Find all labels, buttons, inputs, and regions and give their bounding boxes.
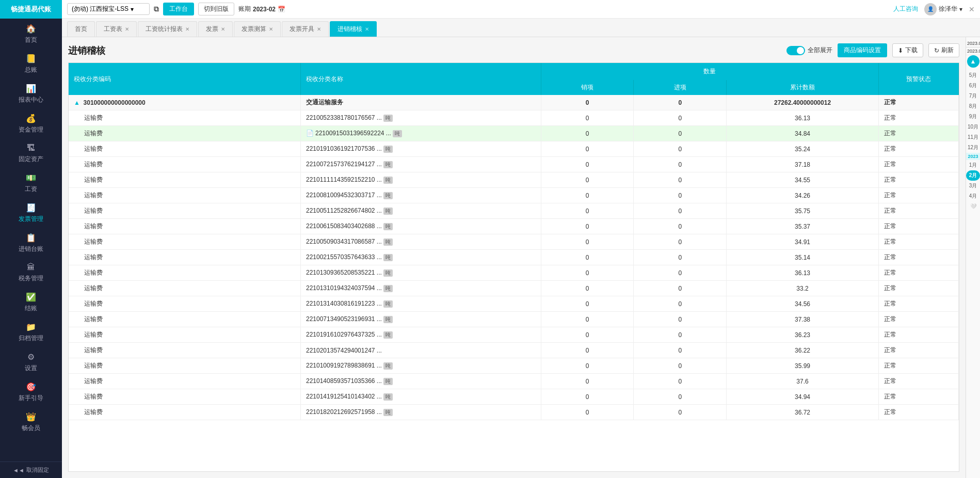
sidebar-item-salary[interactable]: 💵 工资 — [0, 168, 62, 198]
company-selector[interactable]: (勿动) 江西报宝-LSS ▾ — [67, 3, 150, 15]
month-1[interactable]: 1月 — [966, 160, 980, 170]
col-header-quantity: 数量 — [541, 63, 878, 80]
support-link[interactable]: 人工咨询 — [893, 5, 918, 13]
tab-payroll-stats[interactable]: 工资统计报表 ✕ — [138, 21, 197, 37]
cell-name-indent: 运输费 — [69, 296, 301, 312]
cell-cumulative: 34.26 — [727, 188, 879, 203]
cell-name-indent: 运输费 — [69, 374, 301, 389]
sidebar-item-guide[interactable]: 🎯 新手引导 — [0, 377, 62, 407]
switch-version-button[interactable]: 切到旧版 — [198, 3, 234, 15]
settings-button[interactable]: 商品编码设置 — [838, 43, 887, 57]
guide-icon: 🎯 — [26, 382, 36, 392]
unit-tag: 吨 — [393, 130, 402, 137]
month-6[interactable]: 6月 — [966, 81, 980, 91]
month-2-active[interactable]: 2月 — [966, 170, 980, 181]
workspace-button[interactable]: 工作台 — [163, 3, 194, 15]
cell-status: 正常 — [878, 141, 958, 157]
cell-sales: 0 — [541, 405, 634, 420]
cell-cumulative: 37.38 — [727, 312, 879, 327]
cell-status: 正常 — [878, 203, 958, 219]
sales-icon: 📋 — [26, 233, 36, 243]
cell-status: 正常 — [878, 327, 958, 343]
cell-invoice: 22100511252826674802 ... 吨 — [301, 203, 541, 219]
tab-close-icon[interactable]: ✕ — [221, 26, 225, 32]
tab-close-icon[interactable]: ✕ — [365, 26, 369, 32]
sidebar-item-invoice[interactable]: 🧾 发票管理 — [0, 198, 62, 228]
cell-sales: 0 — [541, 141, 634, 157]
refresh-icon: ↻ — [934, 47, 939, 54]
cell-status: 正常 — [878, 296, 958, 312]
cell-invoice: 22100215570357643633 ... 吨 — [301, 250, 541, 265]
scroll-up-button[interactable]: ▲ — [967, 55, 979, 68]
unit-tag: 吨 — [383, 316, 393, 323]
cell-invoice: 22101419125410143402 ... 吨 — [301, 389, 541, 405]
calendar-icon[interactable]: 📅 — [278, 6, 285, 13]
cell-name-indent: 运输费 — [69, 358, 301, 374]
cell-purchase: 0 — [634, 157, 727, 172]
tab-invoice-issue[interactable]: 发票开具 ✕ — [282, 21, 329, 37]
sidebar-item-settle[interactable]: ✅ 结账 — [0, 287, 62, 317]
expand-toggle-label[interactable]: 全部展开 — [786, 46, 832, 55]
copy-icon[interactable]: ⧉ — [154, 5, 159, 13]
sidebar-item-assets[interactable]: 🏗 固定资产 — [0, 138, 62, 168]
tab-sales-check[interactable]: 进销稽核 ✕ — [330, 21, 377, 37]
month-5[interactable]: 5月 — [966, 70, 980, 81]
expand-icon[interactable]: ▲ — [74, 99, 80, 106]
file-icon[interactable]: 📄 — [306, 130, 314, 137]
tab-payroll[interactable]: 工资表 ✕ — [96, 21, 137, 37]
tab-invoice[interactable]: 发票 ✕ — [198, 21, 233, 37]
month-9[interactable]: 9月 — [966, 111, 980, 122]
col-header-name: 税收分类名称 — [301, 63, 541, 95]
cell-invoice: 📄22100915031396592224 ... 吨 — [301, 126, 541, 141]
month-10[interactable]: 10月 — [966, 122, 980, 132]
month-8[interactable]: 8月 — [966, 101, 980, 111]
month-7[interactable]: 7月 — [966, 91, 980, 101]
tab-close-icon[interactable]: ✕ — [269, 26, 273, 32]
tab-invoice-calc[interactable]: 发票测算 ✕ — [234, 21, 281, 37]
tab-close-icon[interactable]: ✕ — [125, 26, 129, 32]
unit-tag: 吨 — [383, 192, 393, 199]
sidebar-item-home[interactable]: 🏠 首页 — [0, 19, 62, 49]
download-icon: ⬇ — [898, 47, 903, 54]
tab-home[interactable]: 首页 — [67, 21, 95, 37]
cell-name-indent: 运输费 — [69, 126, 301, 141]
expand-toggle[interactable] — [786, 46, 805, 55]
tab-close-icon[interactable]: ✕ — [317, 26, 321, 32]
sidebar-item-ledger[interactable]: 📒 总账 — [0, 49, 62, 78]
cell-purchase: 0 — [634, 405, 727, 420]
sidebar-item-sales[interactable]: 📋 进销台账 — [0, 228, 62, 258]
salary-icon: 💵 — [26, 173, 36, 183]
cell-status: 正常 — [878, 358, 958, 374]
cell-invoice: 22100509034317086587 ... 吨 — [301, 234, 541, 250]
sidebar-item-archive[interactable]: 📁 归档管理 — [0, 317, 62, 347]
cell-name-indent: 运输费 — [69, 281, 301, 296]
unpin-button[interactable]: ◄◄ 取消固定 — [0, 461, 62, 478]
sidebar: 畅捷通易代账 🏠 首页 📒 总账 📊 报表中心 💰 资金管理 🏗 固定资产 💵 … — [0, 0, 62, 478]
month-4[interactable]: 4月 — [966, 191, 980, 201]
cell-cumulative: 35.99 — [727, 358, 879, 374]
cell-sales: 0 — [541, 172, 634, 188]
user-menu[interactable]: 👤 徐泽华 ▾ — [924, 3, 962, 15]
cell-status: 正常 — [878, 405, 958, 420]
col-subheader-sales: 销项 — [541, 80, 634, 95]
cell-status: 正常 — [878, 188, 958, 203]
sidebar-item-report[interactable]: 📊 报表中心 — [0, 78, 62, 108]
month-3[interactable]: 3月 — [966, 181, 980, 191]
cell-cumulative: 34.55 — [727, 172, 879, 188]
close-icon[interactable]: ✕ — [969, 5, 975, 13]
sidebar-item-settings[interactable]: ⚙ 设置 — [0, 347, 62, 377]
cell-sales: 0 — [541, 188, 634, 203]
cell-purchase: 0 — [634, 265, 727, 281]
sidebar-item-tax[interactable]: 🏛 税务管理 — [0, 258, 62, 287]
cell-invoice: 22100721573762194127 ... 吨 — [301, 157, 541, 172]
refresh-button[interactable]: ↻ 刷新 — [928, 43, 959, 57]
sidebar-item-capital[interactable]: 💰 资金管理 — [0, 108, 62, 138]
cell-sales: 0 — [541, 358, 634, 374]
download-button[interactable]: ⬇ 下载 — [892, 43, 923, 57]
month-11[interactable]: 11月 — [966, 132, 980, 142]
tab-close-icon[interactable]: ✕ — [185, 26, 189, 32]
right-panel: 2023.02 2023.02 ▲ 5月 6月 7月 8月 9月 10月 11月… — [966, 37, 980, 478]
sidebar-item-member[interactable]: 👑 畅会员 — [0, 407, 62, 437]
month-12[interactable]: 12月 — [966, 142, 980, 153]
cell-purchase: 0 — [634, 281, 727, 296]
